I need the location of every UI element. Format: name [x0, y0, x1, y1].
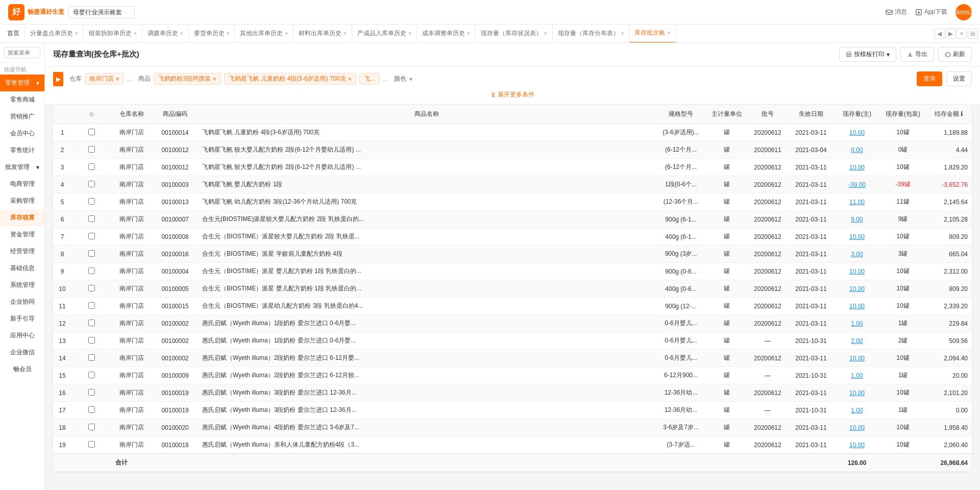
product-tag-1-remove[interactable]: × — [213, 76, 216, 83]
cell-checkbox[interactable] — [71, 193, 111, 211]
cell-checkbox[interactable] — [71, 280, 111, 298]
th-settings[interactable]: ⚙ — [71, 105, 111, 124]
cell-checkbox[interactable] — [71, 436, 111, 454]
tab-split-inventory[interactable]: 分量盘点单历史 × — [25, 24, 84, 43]
tab-close-all-btn[interactable]: × — [957, 29, 967, 39]
table-settings-icon[interactable]: ⚙ — [89, 111, 94, 118]
expand-more-btn[interactable]: ⊻ 展开更多条件 — [491, 90, 534, 99]
cell-stock-main[interactable]: 10.00 — [834, 228, 880, 246]
cell-stock-main[interactable]: 10.00 — [834, 419, 880, 436]
tab-disassemble[interactable]: 组装拆卸单历史 × — [84, 24, 142, 43]
export-btn[interactable]: 导出 — [900, 47, 934, 62]
tab-cost-adjust[interactable]: 成本调整单历史 × — [417, 24, 476, 43]
sidebar-item-wholesale[interactable]: 批发管理 ▾ — [0, 159, 44, 176]
search-input[interactable] — [4, 47, 40, 58]
cell-checkbox[interactable] — [71, 263, 111, 280]
tab-require[interactable]: 要货单历史 × — [189, 24, 235, 43]
cell-stock-main[interactable]: 3.00 — [834, 246, 880, 263]
row-checkbox[interactable] — [88, 337, 95, 344]
row-checkbox[interactable] — [88, 267, 95, 274]
tab-close-icon[interactable]: × — [621, 31, 624, 36]
tab-material-out[interactable]: 材料出库单历史 × — [293, 24, 352, 43]
tab-close-icon[interactable]: × — [667, 30, 670, 36]
row-checkbox[interactable] — [88, 441, 95, 448]
tab-close-icon[interactable]: × — [467, 31, 470, 36]
cell-stock-main[interactable]: 1.00 — [834, 402, 880, 419]
cell-stock-main[interactable]: 11.00 — [834, 193, 880, 211]
cell-checkbox[interactable] — [71, 211, 111, 228]
sidebar-item-operations[interactable]: 经营管理 — [0, 243, 44, 260]
cell-stock-main[interactable]: -39.00 — [834, 176, 880, 193]
product-tag-1[interactable]: 飞鹤奶粉3段丙摆装 × — [154, 73, 221, 85]
cell-checkbox[interactable] — [71, 332, 111, 350]
warehouse-tag-remove[interactable]: × — [116, 76, 119, 83]
tab-next-btn[interactable]: ▶ — [945, 29, 955, 39]
app-download-link[interactable]: App下载 — [915, 8, 947, 16]
row-checkbox[interactable] — [88, 181, 95, 187]
sidebar-item-app-center[interactable]: 应用中心 — [0, 327, 44, 344]
cell-checkbox[interactable] — [71, 246, 111, 263]
cell-stock-main[interactable]: 10.00 — [834, 350, 880, 367]
cell-stock-main[interactable]: 10.00 — [834, 436, 880, 454]
tab-close-icon[interactable]: × — [180, 31, 183, 36]
cell-stock-main[interactable]: 9.00 — [834, 211, 880, 228]
sidebar-item-inventory[interactable]: 库存核算 — [0, 209, 44, 226]
cell-checkbox[interactable] — [71, 124, 111, 141]
row-checkbox[interactable] — [88, 302, 95, 309]
cell-stock-main[interactable]: 2.00 — [834, 332, 880, 350]
warehouse-filter-more[interactable]: ... — [127, 76, 132, 83]
cell-stock-main[interactable]: 10.00 — [834, 124, 880, 141]
sidebar-item-ecommerce[interactable]: 电商管理 — [0, 176, 44, 192]
sidebar-item-benefits[interactable]: 畅会员 — [0, 361, 44, 378]
tab-prev-btn[interactable]: ◀ — [934, 29, 944, 39]
tab-close-icon[interactable]: × — [75, 31, 78, 36]
tab-menu-btn[interactable]: ⊞ — [968, 29, 978, 39]
sidebar-item-system[interactable]: 系统管理 — [0, 277, 44, 293]
tab-other-out[interactable]: 其他出库单历史 × — [235, 24, 293, 43]
color-dropdown-arrow[interactable]: ▾ — [409, 76, 412, 83]
row-checkbox[interactable] — [88, 424, 95, 430]
tab-batch-account[interactable]: 库存批次账 × — [629, 24, 676, 43]
cell-checkbox[interactable] — [71, 419, 111, 436]
avatar[interactable]: demo2 — [955, 4, 972, 20]
row-checkbox[interactable] — [88, 215, 95, 222]
tab-close-icon[interactable]: × — [285, 31, 288, 36]
sidebar-item-enterprise-collab[interactable]: 企业协同 — [0, 293, 44, 310]
row-checkbox[interactable] — [88, 372, 95, 378]
tab-close-icon[interactable]: × — [344, 31, 347, 36]
tab-stock-dist[interactable]: 现存量（库存分布表） × — [553, 24, 630, 43]
row-checkbox[interactable] — [88, 389, 95, 396]
tab-adjust[interactable]: 调拨单历史 × — [142, 24, 189, 43]
breadcrumb-select[interactable]: 母婴行业演示账套 — [68, 6, 135, 18]
cell-checkbox[interactable] — [71, 367, 111, 384]
sidebar-item-new-guide[interactable]: 新手引导 — [0, 310, 44, 327]
print-btn[interactable]: 按模板打印 ▾ — [839, 47, 896, 62]
cell-checkbox[interactable] — [71, 298, 111, 315]
cell-stock-main[interactable]: 0.00 — [834, 141, 880, 159]
sidebar-item-member-center[interactable]: 会员中心 — [0, 125, 44, 142]
row-checkbox[interactable] — [88, 320, 95, 326]
cell-checkbox[interactable] — [71, 228, 111, 246]
row-checkbox[interactable] — [88, 233, 95, 239]
cell-stock-main[interactable]: 1.00 — [834, 315, 880, 332]
product-tag-2[interactable]: 飞鹤星飞帆 儿童奶粉 4段(3-6岁适用) 700克 × — [224, 73, 356, 85]
cell-stock-main[interactable]: 10.00 — [834, 280, 880, 298]
row-checkbox[interactable] — [88, 285, 95, 291]
sidebar-item-marketing[interactable]: 营销推广 — [0, 108, 44, 125]
row-checkbox[interactable] — [88, 163, 95, 170]
cell-checkbox[interactable] — [71, 159, 111, 176]
cell-checkbox[interactable] — [71, 176, 111, 193]
product-filter-more[interactable]: ... — [383, 76, 388, 83]
query-btn[interactable]: 查询 — [917, 71, 942, 86]
cell-checkbox[interactable] — [71, 350, 111, 367]
sidebar-item-basic-info[interactable]: 基础信息 — [0, 260, 44, 277]
refresh-btn[interactable]: 刷新 — [938, 47, 972, 62]
cell-stock-main[interactable]: 10.00 — [834, 298, 880, 315]
cell-stock-main[interactable]: 10.00 — [834, 159, 880, 176]
row-checkbox[interactable] — [88, 406, 95, 413]
product-tag-2-remove[interactable]: × — [348, 76, 352, 83]
tab-product-in[interactable]: 产成品入库单历史 × — [352, 24, 417, 43]
row-checkbox[interactable] — [88, 129, 95, 135]
row-checkbox[interactable] — [88, 198, 95, 205]
cell-stock-main[interactable]: 10.00 — [834, 384, 880, 402]
